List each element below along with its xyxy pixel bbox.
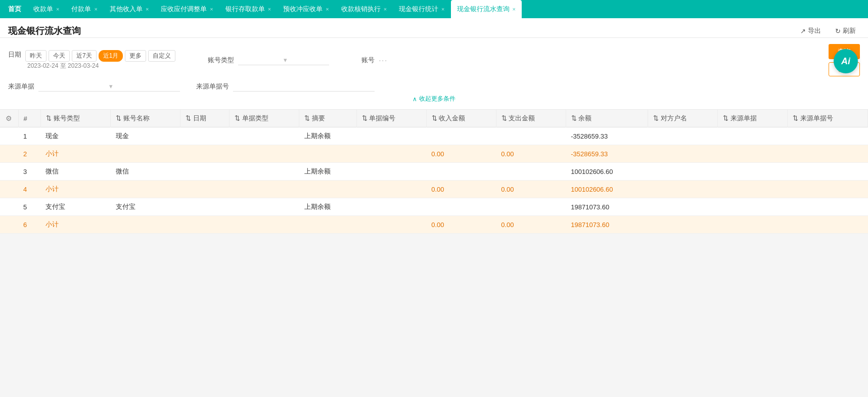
cell-gear (0, 145, 18, 163)
nav-tab-bank-deposit[interactable]: 银行存取款单 × (219, 0, 277, 18)
more-options-icon[interactable]: ··· (379, 56, 388, 64)
cell-summary: 上期余额 (299, 127, 356, 145)
col-income[interactable]: ⇅ 收入金额 (426, 110, 496, 127)
cell-balance: -3528659.33 (566, 145, 648, 163)
collapse-bar[interactable]: ∧ 收起更多条件 (8, 92, 860, 103)
cell-source-doc (718, 145, 788, 163)
nav-home[interactable]: 首页 (2, 0, 27, 18)
nav-tab-receipts[interactable]: 收款单 × (27, 0, 65, 18)
cell-index: 4 (18, 181, 40, 198)
col-source-doc[interactable]: ⇅ 来源单据 (718, 110, 788, 127)
table-body: 1现金现金上期余额-3528659.332小计0.000.00-3528659.… (0, 127, 868, 234)
cell-doc-type (230, 163, 299, 181)
cell-balance: -3528659.33 (566, 127, 648, 145)
date-range-display: 2023-02-24 至 2023-03-24 (27, 62, 175, 70)
col-account-name[interactable]: ⇅ 账号名称 (111, 110, 180, 127)
nav-tab-label: 收款核销执行 (341, 5, 381, 14)
nav-tab-ar-ap[interactable]: 应收应付调整单 × (155, 0, 219, 18)
chevron-down-icon: ▾ (109, 82, 178, 90)
nav-tab-other-income[interactable]: 其他收入单 × (104, 0, 155, 18)
source-doc-select[interactable]: ▾ (38, 81, 180, 92)
close-icon[interactable]: × (441, 6, 444, 12)
filter-row-2: 来源单据 ▾ 来源单据号 (8, 81, 860, 92)
source-doc-num-input[interactable] (233, 81, 375, 92)
source-doc-label: 来源单据 (8, 82, 34, 91)
cell-expense: 0.00 (496, 216, 566, 234)
close-icon[interactable]: × (210, 6, 213, 12)
gear-icon[interactable]: ⚙ (6, 114, 12, 122)
close-icon[interactable]: × (94, 6, 97, 12)
cell-counterpart (648, 163, 718, 181)
col-balance[interactable]: ⇅ 余额 (566, 110, 648, 127)
ai-assistant-button[interactable]: Ai (834, 49, 858, 73)
date-btn-today[interactable]: 今天 (49, 50, 70, 62)
nav-tab-prepay-offset[interactable]: 预收冲应收单 × (277, 0, 335, 18)
close-icon[interactable]: × (56, 6, 59, 12)
export-label: 导出 (808, 26, 821, 35)
date-btn-yesterday[interactable]: 昨天 (25, 50, 47, 62)
cell-counterpart (648, 181, 718, 198)
nav-tab-receipt-exec[interactable]: 收款核销执行 × (335, 0, 393, 18)
date-btn-1month[interactable]: 近1月 (99, 50, 123, 62)
source-doc-filter: 来源单据 ▾ (8, 81, 180, 92)
cell-income (426, 198, 496, 216)
cell-date (180, 127, 230, 145)
close-icon[interactable]: × (146, 6, 149, 12)
close-icon[interactable]: × (513, 6, 516, 12)
cell-summary (299, 216, 356, 234)
ai-label: Ai (841, 56, 850, 67)
cell-gear (0, 216, 18, 234)
nav-tab-label: 付款单 (71, 5, 91, 14)
col-counterpart[interactable]: ⇅ 对方户名 (648, 110, 718, 127)
close-icon[interactable]: × (326, 6, 329, 12)
refresh-button[interactable]: ↻ 刷新 (831, 24, 860, 37)
cell-gear (0, 127, 18, 145)
date-btn-custom[interactable]: 自定义 (148, 50, 175, 62)
cell-gear (0, 163, 18, 181)
account-type-filter: 账号类型 ▾ (208, 55, 329, 65)
col-expense[interactable]: ⇅ 支出金额 (496, 110, 566, 127)
nav-tab-label: 收款单 (33, 5, 53, 14)
cell-account-type: 微信 (40, 163, 110, 181)
col-account-type[interactable]: ⇅ 账号类型 (40, 110, 110, 127)
col-doc-no[interactable]: ⇅ 单据编号 (356, 110, 426, 127)
cell-date (180, 198, 230, 216)
table-row: 2小计0.000.00-3528659.33 (0, 145, 868, 163)
cell-summary (299, 181, 356, 198)
cell-source-doc-no (788, 216, 868, 234)
col-index: # (18, 110, 40, 127)
account-type-select[interactable]: ▾ (238, 55, 329, 65)
cell-income (426, 163, 496, 181)
cell-doc-type (230, 181, 299, 198)
account-filter: 账号 ··· (361, 56, 388, 65)
cell-doc-no (356, 163, 426, 181)
col-date[interactable]: ⇅ 日期 (180, 110, 230, 127)
col-account-type-label: ⇅ (46, 114, 54, 122)
date-btn-7days[interactable]: 近7天 (72, 50, 97, 62)
col-source-doc-no[interactable]: ⇅ 来源单据号 (788, 110, 868, 127)
nav-tab-label: 银行存取款单 (225, 5, 265, 14)
col-doc-type[interactable]: ⇅ 单据类型 (230, 110, 299, 127)
table-area: ⚙ # ⇅ 账号类型 ⇅ 账号名称 ⇅ 日期 ⇅ 单据类型 ⇅ 摘要 ⇅ 单据编… (0, 110, 868, 234)
cell-expense (496, 198, 566, 216)
cell-summary: 上期余额 (299, 198, 356, 216)
nav-tab-payments[interactable]: 付款单 × (65, 0, 103, 18)
nav-tab-bank-flow[interactable]: 现金银行流水查询 × (451, 0, 522, 18)
date-btn-more[interactable]: 更多 (125, 50, 146, 62)
cell-account-name (111, 216, 180, 234)
col-summary[interactable]: ⇅ 摘要 (299, 110, 356, 127)
close-icon[interactable]: × (268, 6, 271, 12)
cell-gear (0, 198, 18, 216)
nav-tab-bank-stats[interactable]: 现金银行统计 × (393, 0, 450, 18)
export-button[interactable]: ↗ 导出 (796, 24, 825, 37)
nav-tab-label: 现金银行统计 (399, 5, 438, 14)
cell-doc-type (230, 198, 299, 216)
table-row: 5支付宝支付宝上期余额19871073.60 (0, 198, 868, 216)
cell-doc-no (356, 145, 426, 163)
col-gear[interactable]: ⚙ (0, 110, 18, 127)
collapse-up-icon: ∧ (413, 96, 417, 103)
close-icon[interactable]: × (384, 6, 387, 12)
export-icon: ↗ (800, 27, 806, 35)
cell-doc-no (356, 181, 426, 198)
cell-doc-type (230, 216, 299, 234)
